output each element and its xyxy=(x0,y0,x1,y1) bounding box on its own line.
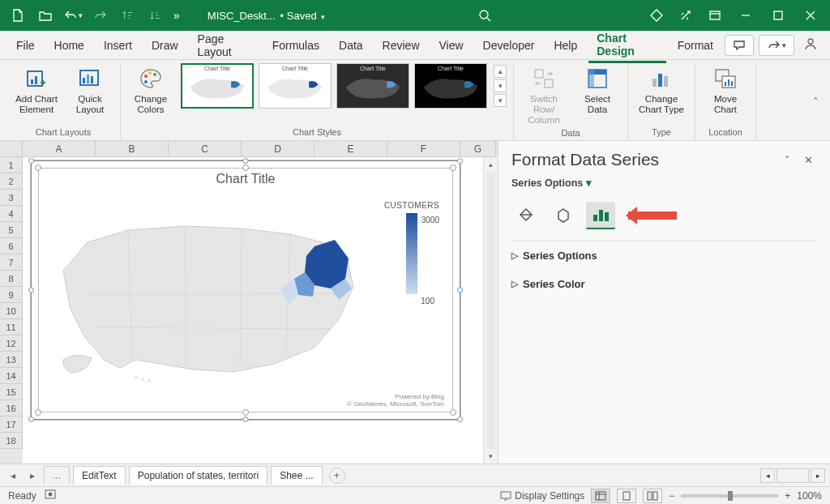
change-chart-type-button[interactable]: Change Chart Type xyxy=(635,63,688,115)
tab-view[interactable]: View xyxy=(431,34,472,57)
tab-format[interactable]: Format xyxy=(670,34,721,57)
row-15[interactable]: 15 xyxy=(0,384,23,400)
zoom-in-button[interactable]: + xyxy=(785,490,790,502)
row-6[interactable]: 6 xyxy=(0,238,23,254)
tab-file[interactable]: File xyxy=(8,34,43,57)
chart-style-3[interactable]: Chart Title xyxy=(336,63,409,109)
chart-style-2[interactable]: Chart Title xyxy=(259,63,332,109)
qat-overflow[interactable]: » xyxy=(170,9,183,22)
row-4[interactable]: 4 xyxy=(0,206,23,222)
chart-style-1[interactable]: Chart Title xyxy=(181,63,254,109)
resize-handle[interactable] xyxy=(243,158,249,164)
gallery-up[interactable]: ▴ xyxy=(494,65,507,78)
resize-handle[interactable] xyxy=(457,158,463,164)
page-break-view-icon[interactable] xyxy=(643,489,662,503)
page-layout-view-icon[interactable] xyxy=(617,489,636,503)
row-10[interactable]: 10 xyxy=(0,303,23,319)
comments-button[interactable] xyxy=(725,35,754,56)
chart-legend[interactable]: CUSTOMERS 3000 100 xyxy=(378,201,446,296)
effects-icon[interactable] xyxy=(549,202,578,229)
display-settings-button[interactable]: Display Settings xyxy=(500,490,584,502)
magic-icon[interactable] xyxy=(673,3,699,28)
section-series-color[interactable]: ▷Series Color xyxy=(498,270,830,298)
resize-handle[interactable] xyxy=(457,416,463,422)
sheet-tab[interactable]: Shee ... xyxy=(271,466,322,485)
chart-style-4[interactable]: Chart Title xyxy=(414,63,487,109)
gallery-more[interactable]: ▾ xyxy=(494,94,507,107)
zoom-level[interactable]: 100% xyxy=(797,490,822,502)
panel-subtitle[interactable]: Series Options▾ xyxy=(498,173,830,197)
hscroll-right[interactable]: ▸ xyxy=(811,468,825,483)
quick-layout-button[interactable]: Quick Layout xyxy=(66,63,113,115)
maximize-button[interactable] xyxy=(764,3,793,28)
select-all-corner[interactable] xyxy=(0,141,23,157)
plot-area[interactable]: Chart Title xyxy=(38,168,453,412)
zoom-slider[interactable] xyxy=(681,494,778,498)
tab-chart-design[interactable]: Chart Design xyxy=(588,27,665,63)
col-D[interactable]: D xyxy=(242,141,314,157)
row-5[interactable]: 5 xyxy=(0,222,23,238)
sheet-tab-overflow[interactable]: ... xyxy=(44,466,70,485)
row-1[interactable]: 1 xyxy=(0,157,23,173)
panel-close-icon[interactable]: ✕ xyxy=(798,149,819,170)
tab-home[interactable]: Home xyxy=(46,34,92,57)
map-series[interactable] xyxy=(47,198,371,384)
series-options-icon[interactable] xyxy=(586,202,615,229)
sheet-nav-prev[interactable]: ◂ xyxy=(5,470,21,481)
tab-review[interactable]: Review xyxy=(374,34,428,57)
col-B[interactable]: B xyxy=(96,141,169,157)
col-G[interactable]: G xyxy=(460,141,496,157)
resize-handle[interactable] xyxy=(450,164,456,171)
open-folder-icon[interactable] xyxy=(32,3,58,28)
sheet-nav-next[interactable]: ▸ xyxy=(24,470,41,481)
resize-handle[interactable] xyxy=(35,409,41,416)
tab-help[interactable]: Help xyxy=(545,34,585,57)
row-13[interactable]: 13 xyxy=(0,352,23,368)
collapse-ribbon-icon[interactable]: ˄ xyxy=(807,94,824,110)
resize-handle[interactable] xyxy=(28,158,34,164)
zoom-out-button[interactable]: − xyxy=(669,490,674,502)
minimize-button[interactable] xyxy=(731,3,760,28)
row-2[interactable]: 2 xyxy=(0,173,23,190)
hscroll-left[interactable]: ◂ xyxy=(760,468,775,483)
col-A[interactable]: A xyxy=(23,141,96,157)
close-button[interactable] xyxy=(796,3,825,28)
redo-icon[interactable] xyxy=(88,3,113,28)
sort-desc-icon[interactable] xyxy=(143,3,169,28)
row-18[interactable]: 18 xyxy=(0,433,23,449)
col-C[interactable]: C xyxy=(169,141,242,157)
hscroll-track[interactable] xyxy=(777,468,809,483)
sheet-tab[interactable]: EditText xyxy=(73,466,126,485)
row-14[interactable]: 14 xyxy=(0,368,23,384)
embedded-chart[interactable]: Chart Title xyxy=(31,160,460,420)
resize-handle[interactable] xyxy=(243,416,249,422)
normal-view-icon[interactable] xyxy=(591,489,610,503)
account-icon[interactable] xyxy=(799,36,822,53)
row-17[interactable]: 17 xyxy=(0,416,23,433)
chart-title[interactable]: Chart Title xyxy=(39,169,452,190)
resize-handle[interactable] xyxy=(28,416,34,422)
col-E[interactable]: E xyxy=(314,141,387,157)
tab-insert[interactable]: Insert xyxy=(96,34,140,57)
row-9[interactable]: 9 xyxy=(0,287,23,303)
tab-draw[interactable]: Draw xyxy=(143,34,186,57)
vertical-scrollbar[interactable]: ▴▾ xyxy=(483,157,498,463)
cells-grid[interactable]: Chart Title xyxy=(23,157,483,463)
section-series-options[interactable]: ▷Series Options xyxy=(498,241,830,270)
row-7[interactable]: 7 xyxy=(0,254,23,271)
sheet-tab[interactable]: Population of states, territori xyxy=(129,466,267,485)
select-data-button[interactable]: Select Data xyxy=(574,63,621,115)
panel-options-icon[interactable]: ˅ xyxy=(777,149,798,170)
move-chart-button[interactable]: Move Chart xyxy=(702,63,749,115)
fill-line-icon[interactable] xyxy=(511,202,541,229)
sort-asc-icon[interactable] xyxy=(115,3,141,28)
row-11[interactable]: 11 xyxy=(0,319,23,335)
row-8[interactable]: 8 xyxy=(0,271,23,287)
tab-developer[interactable]: Developer xyxy=(475,34,543,57)
row-12[interactable]: 12 xyxy=(0,335,23,352)
resize-handle[interactable] xyxy=(242,409,249,416)
diamond-icon[interactable] xyxy=(644,3,670,28)
resize-handle[interactable] xyxy=(450,409,456,416)
record-macro-icon[interactable] xyxy=(45,489,58,502)
new-sheet-button[interactable]: + xyxy=(329,468,345,484)
